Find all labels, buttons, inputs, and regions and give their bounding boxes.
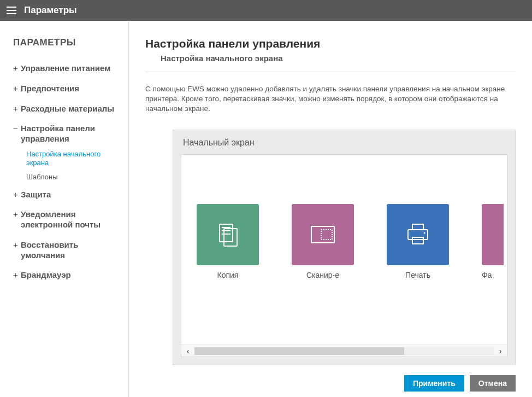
app-header: Параметры (0, 0, 532, 21)
sidebar-item-label: Уведомления электронной почты (21, 209, 119, 230)
sidebar-item-label: Брандмауэр (21, 270, 71, 281)
main-content: Настройка панели управления Настройка на… (129, 21, 532, 397)
tile-copy[interactable]: Копия (197, 204, 259, 279)
sidebar-item-control-panel[interactable]: − Настройка панели управления (13, 124, 119, 144)
cancel-button[interactable]: Отмена (470, 375, 516, 392)
svg-rect-7 (412, 224, 423, 230)
home-screen-panel: Начальный экран (173, 130, 516, 365)
expand-icon: + (13, 209, 21, 220)
sidebar-item-email-notify[interactable]: + Уведомления электронной почты (13, 209, 119, 230)
fax-icon (499, 221, 504, 248)
svg-rect-8 (408, 230, 428, 240)
footer-actions: Применить Отмена (145, 365, 516, 392)
divider (145, 72, 516, 72)
sidebar-item-security[interactable]: + Защита (13, 190, 119, 200)
sidebar-submenu: Настройка начального экрана Шаблоны (26, 150, 119, 182)
scroll-track[interactable] (194, 347, 494, 355)
sidebar-item-label: Восстановить умолчания (21, 240, 119, 261)
tiles-area: Копия Сканир-е (181, 155, 507, 345)
tile-scan[interactable]: Сканир-е (292, 204, 354, 279)
sidebar-item-label: Настройка панели управления (21, 124, 119, 144)
collapse-icon: − (13, 124, 21, 134)
expand-icon: + (13, 63, 21, 74)
panel-title: Начальный экран (173, 130, 515, 154)
expand-icon: + (13, 84, 21, 94)
tile-icon-scan (292, 204, 354, 265)
horizontal-scrollbar[interactable]: ‹ › (181, 345, 507, 357)
panel-body: Копия Сканир-е (181, 154, 507, 357)
sidebar-item-label: Предпочтения (21, 84, 79, 94)
header-title: Параметры (24, 5, 77, 16)
sidebar-item-firewall[interactable]: + Брандмауэр (13, 270, 119, 281)
sidebar-item-label: Управление питанием (21, 63, 110, 74)
sidebar-item-power[interactable]: + Управление питанием (13, 63, 119, 74)
expand-icon: + (13, 240, 21, 250)
print-icon (404, 221, 432, 248)
tiles-row: Копия Сканир-е (181, 204, 507, 279)
sidebar-item-preferences[interactable]: + Предпочтения (13, 84, 119, 94)
sidebar-heading: ПАРАМЕТРЫ (13, 37, 119, 48)
tile-label: Фа (482, 271, 492, 279)
page-title: Настройка панели управления (145, 37, 516, 50)
page-description: С помощью EWS можно удаленно добавлять и… (145, 84, 516, 114)
svg-point-10 (424, 232, 425, 233)
svg-rect-9 (412, 237, 423, 244)
main-container: ПАРАМЕТРЫ + Управление питанием + Предпо… (0, 21, 532, 397)
sidebar-item-supplies[interactable]: + Расходные материалы (13, 104, 119, 114)
expand-icon: + (13, 104, 21, 114)
sidebar-subitem-home-setup[interactable]: Настройка начального экрана (26, 150, 119, 168)
sidebar-subitem-templates[interactable]: Шаблоны (26, 173, 119, 182)
tile-print[interactable]: Печать (387, 204, 449, 279)
svg-rect-6 (321, 230, 332, 240)
tile-icon-copy (197, 204, 259, 265)
tile-icon-fax (482, 204, 504, 265)
scan-icon (308, 221, 338, 248)
expand-icon: + (13, 270, 21, 281)
scroll-thumb[interactable] (194, 347, 404, 355)
sidebar-item-label: Защита (21, 190, 51, 200)
tile-label: Печать (405, 271, 430, 279)
sidebar: ПАРАМЕТРЫ + Управление питанием + Предпо… (0, 21, 129, 397)
sidebar-item-restore-defaults[interactable]: + Восстановить умолчания (13, 240, 119, 261)
apply-button[interactable]: Применить (404, 375, 464, 392)
copy-icon (214, 221, 241, 248)
sidebar-item-label: Расходные материалы (21, 104, 114, 114)
tile-label: Сканир-е (306, 271, 339, 279)
svg-rect-0 (220, 224, 233, 242)
expand-icon: + (13, 190, 21, 200)
tile-label: Копия (217, 271, 239, 279)
tile-fax[interactable]: Фа (482, 204, 504, 279)
scroll-left-button[interactable]: ‹ (181, 345, 194, 357)
page-subtitle: Настройка начального экрана (161, 54, 516, 63)
hamburger-icon[interactable] (7, 7, 16, 14)
svg-rect-5 (311, 226, 334, 243)
scroll-right-button[interactable]: › (494, 345, 507, 357)
tile-icon-print (387, 204, 449, 265)
